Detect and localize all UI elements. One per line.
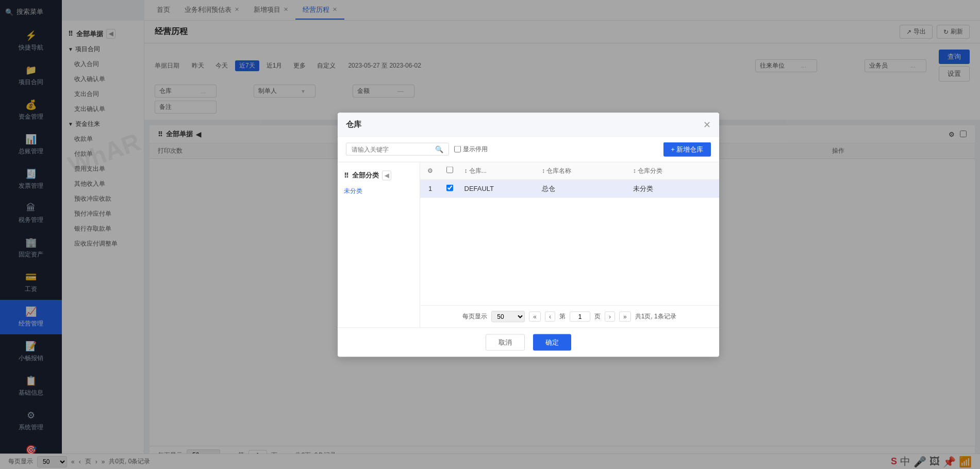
modal-prev-page-btn[interactable]: ‹ xyxy=(545,311,555,321)
search-box: 🔍 xyxy=(346,143,449,156)
all-category-btn[interactable]: ⠿ 全部分类 ◀ xyxy=(338,167,420,183)
row-code: DEFAULT xyxy=(459,185,537,192)
sort-code-icon[interactable]: ↕ xyxy=(464,167,468,174)
show-disabled-label[interactable]: 显示停用 xyxy=(454,145,488,154)
modal-right-panel: ⚙ ↕ 仓库... ↕ 仓库名称 ↕ 仓库分类 xyxy=(420,162,719,327)
row-name: 总仓 xyxy=(537,184,628,193)
col-header-code: ↕ 仓库... xyxy=(459,166,537,175)
modal-page-input[interactable] xyxy=(570,311,590,321)
sort-name-icon[interactable]: ↕ xyxy=(542,167,545,174)
show-disabled-checkbox[interactable] xyxy=(454,146,461,153)
modal-table-body: 1 DEFAULT 总仓 未分类 xyxy=(420,180,719,305)
modal-page-size-label: 每页显示 xyxy=(462,312,487,321)
modal-table-header: ⚙ ↕ 仓库... ↕ 仓库名称 ↕ 仓库分类 xyxy=(420,162,719,180)
modal-title: 仓库 xyxy=(346,120,361,130)
modal-first-page-btn[interactable]: « xyxy=(529,311,541,321)
modal-left-panel: ⠿ 全部分类 ◀ 未分类 xyxy=(338,162,420,327)
table-row[interactable]: 1 DEFAULT 总仓 未分类 xyxy=(420,180,719,198)
search-icon[interactable]: 🔍 xyxy=(435,145,443,153)
modal-last-page-btn[interactable]: » xyxy=(619,311,631,321)
modal-toolbar: 🔍 显示停用 + 新增仓库 xyxy=(338,137,719,162)
sort-cat-icon[interactable]: ↕ xyxy=(633,167,636,174)
select-all-modal-checkbox[interactable] xyxy=(446,167,453,173)
modal-page-label: 第 xyxy=(559,312,566,321)
col-header-name: ↕ 仓库名称 xyxy=(537,166,628,175)
modal-header: 仓库 ✕ xyxy=(338,112,719,137)
modal-page-size-select[interactable]: 50 100 xyxy=(491,311,525,322)
modal-footer: 取消 确定 xyxy=(338,327,719,357)
search-input[interactable] xyxy=(352,145,432,153)
col-header-category: ↕ 仓库分类 xyxy=(628,166,719,175)
collapse-left-btn[interactable]: ◀ xyxy=(382,170,391,180)
warehouse-modal: 仓库 ✕ 🔍 显示停用 + 新增仓库 ⠿ xyxy=(338,112,719,357)
add-warehouse-button[interactable]: + 新增仓库 xyxy=(663,142,710,156)
col-header-check[interactable] xyxy=(441,167,459,175)
modal-next-page-btn[interactable]: › xyxy=(605,311,615,321)
cancel-button[interactable]: 取消 xyxy=(486,334,525,350)
col-header-settings[interactable]: ⚙ xyxy=(420,167,441,174)
modal-close-button[interactable]: ✕ xyxy=(703,119,711,130)
row-settings-btn[interactable]: 1 xyxy=(420,185,441,192)
uncategorized-item[interactable]: 未分类 xyxy=(338,183,420,198)
modal-page-suffix: 页 xyxy=(594,312,601,321)
modal-body: 🔍 显示停用 + 新增仓库 ⠿ 全部分类 ◀ 未分类 xyxy=(338,137,719,357)
modal-pagination: 每页显示 50 100 « ‹ 第 页 › » 共1页, 1条记录 xyxy=(420,305,719,327)
row-check[interactable] xyxy=(441,184,459,192)
confirm-button[interactable]: 确定 xyxy=(533,334,571,350)
row-checkbox[interactable] xyxy=(446,184,453,191)
modal-search-area: 🔍 显示停用 xyxy=(346,143,488,156)
modal-content-area: ⠿ 全部分类 ◀ 未分类 ⚙ xyxy=(338,162,719,327)
modal-total: 共1页, 1条记录 xyxy=(635,312,676,321)
grid3-icon: ⠿ xyxy=(344,171,349,179)
row-category: 未分类 xyxy=(628,184,719,193)
